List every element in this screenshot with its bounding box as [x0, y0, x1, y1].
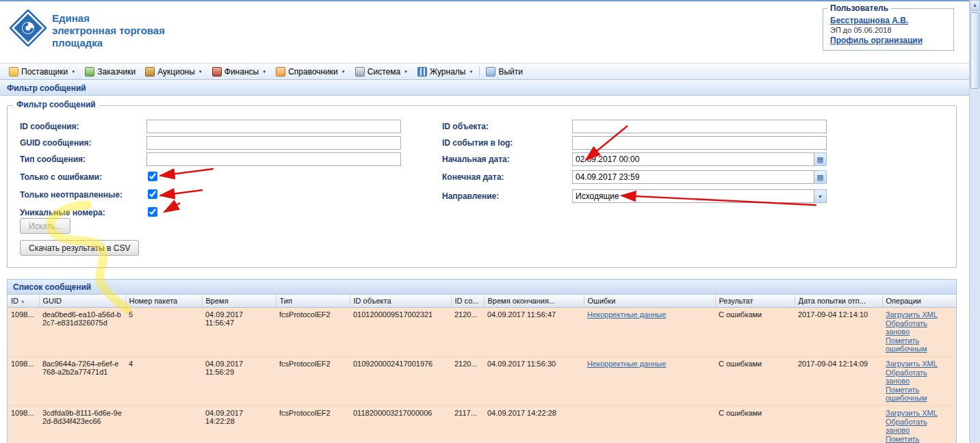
column-header-object-id[interactable]: ID объекта — [350, 295, 451, 308]
message-type-label: Тип сообщения: — [20, 152, 144, 166]
load-xml-link[interactable]: Загрузить XML — [886, 360, 953, 368]
direction-label: Направление: — [442, 189, 571, 203]
start-date-input[interactable] — [572, 152, 814, 166]
column-header-id-so[interactable]: ID со... — [451, 295, 484, 308]
error-details-link[interactable]: Некорректные данные — [587, 360, 666, 368]
page-header: Единая электронная торговая площадка Пол… — [0, 1, 969, 62]
chevron-down-icon: ▼ — [262, 70, 266, 74]
object-id-input[interactable] — [572, 120, 827, 133]
column-header-type[interactable]: Тип — [276, 295, 350, 308]
user-name-link[interactable]: Бесстрашнова А.В. — [830, 16, 946, 25]
column-header-end-time[interactable]: Время окончания... — [484, 295, 584, 308]
column-header-id[interactable]: ID▼ — [8, 295, 39, 308]
directories-folder-icon — [276, 67, 285, 77]
customers-icon — [85, 67, 94, 77]
certificate-expiry-text: ЭП до 05.06.2018 — [830, 26, 946, 34]
main-menu: Поставщики ▼ Заказчики Аукционы ▼ Финанс… — [0, 63, 969, 80]
load-xml-link[interactable]: Загрузить XML — [886, 310, 953, 319]
window-top-edge — [0, 0, 980, 1]
table-row: 1098... 3cdfda9b-8111-6d6e-9e2d-8d34f423… — [8, 406, 956, 443]
message-id-input[interactable] — [146, 120, 401, 133]
messages-grid: Список сообщений ID▼ GUID Номер пакета В… — [7, 279, 957, 443]
calendar-icon[interactable]: ▦ — [814, 152, 827, 166]
table-row: 1098... dea0bed6-ea10-a56d-b2c7-e831d326… — [8, 308, 956, 357]
error-details-link[interactable]: Некорректные данные — [587, 310, 666, 319]
calendar-icon[interactable]: ▦ — [814, 170, 827, 184]
unique-numbers-checkbox[interactable] — [148, 207, 157, 217]
scrollbar-thumb[interactable] — [970, 12, 979, 89]
end-date-input[interactable] — [572, 170, 814, 184]
menu-item-customers[interactable]: Заказчики — [80, 66, 140, 78]
only-unsent-checkbox[interactable] — [148, 189, 157, 199]
column-header-guid[interactable]: GUID — [39, 295, 125, 308]
column-header-packet[interactable]: Номер пакета — [125, 295, 202, 308]
column-header-time[interactable]: Время — [202, 295, 276, 308]
suppliers-folder-icon — [9, 67, 18, 77]
content-area: Фильтр сообщений ID сообщения: GUID сооб… — [0, 96, 969, 443]
download-csv-button[interactable]: Скачать результаты в CSV — [20, 240, 139, 256]
mark-erroneous-link[interactable]: Пометить ошибочным — [886, 435, 953, 443]
mark-erroneous-link[interactable]: Пометить ошибочным — [886, 336, 953, 353]
log-event-id-label: ID события в log: — [442, 136, 571, 150]
end-date-field: ▦ — [572, 170, 827, 184]
journals-columns-icon — [417, 67, 427, 77]
only-errors-label: Только с ошибками: — [20, 170, 144, 184]
menu-item-directories[interactable]: Справочники ▼ — [271, 66, 350, 78]
logo-icon — [10, 10, 47, 46]
column-header-result[interactable]: Результат — [715, 295, 795, 308]
scroll-up-icon[interactable]: ▲ — [970, 0, 980, 11]
auction-gavel-icon — [145, 67, 155, 77]
object-id-label: ID объекта: — [442, 120, 571, 133]
direction-value[interactable] — [572, 189, 814, 203]
message-guid-input[interactable] — [146, 136, 401, 150]
only-errors-checkbox[interactable] — [148, 172, 157, 181]
message-type-input[interactable] — [146, 152, 401, 166]
reprocess-link[interactable]: Обработать заново — [886, 368, 953, 385]
filter-legend: Фильтр сообщений — [13, 100, 99, 109]
column-header-errors[interactable]: Ошибки — [584, 295, 715, 308]
grid-header-row: ID▼ GUID Номер пакета Время Тип ID объек… — [8, 295, 956, 308]
vertical-scrollbar[interactable]: ▲ — [969, 0, 980, 443]
log-event-id-input[interactable] — [572, 136, 827, 150]
column-header-operations[interactable]: Операции — [882, 295, 956, 308]
chevron-down-icon: ▼ — [71, 70, 75, 74]
message-guid-label: GUID сообщения: — [20, 136, 144, 150]
menu-item-journals[interactable]: Журналы ▼ — [413, 66, 478, 78]
direction-select[interactable]: ▼ — [572, 189, 827, 203]
menu-item-finance[interactable]: Финансы ▼ — [207, 66, 271, 78]
load-xml-link[interactable]: Загрузить XML — [886, 409, 953, 417]
only-unsent-label: Только неотправленные: — [20, 188, 144, 202]
select-arrow-icon[interactable]: ▼ — [814, 189, 827, 203]
menu-item-logout[interactable]: Выйти — [481, 66, 528, 78]
system-monitor-icon — [355, 67, 365, 77]
end-date-label: Конечная дата: — [442, 170, 571, 184]
chevron-down-icon: ▼ — [341, 70, 346, 74]
chevron-down-icon: ▼ — [198, 70, 203, 74]
message-id-label: ID сообщения: — [20, 120, 144, 133]
menu-item-auctions[interactable]: Аукционы ▼ — [140, 66, 207, 78]
start-date-label: Начальная дата: — [442, 152, 571, 166]
menu-item-suppliers[interactable]: Поставщики ▼ — [4, 66, 80, 78]
finance-bank-icon — [212, 67, 222, 77]
column-header-attempt-date[interactable]: Дата попытки отп... — [795, 295, 882, 308]
sort-desc-icon: ▼ — [21, 299, 25, 304]
exit-door-icon — [486, 67, 495, 77]
page-title: Фильтр сообщений — [0, 81, 969, 96]
user-panel: Пользователь Бесстрашнова А.В. ЭП до 05.… — [823, 8, 954, 51]
table-row: 1098... 8ac9644a-7264-e6ef-e768-a2b2a774… — [8, 357, 956, 406]
reprocess-link[interactable]: Обработать заново — [886, 418, 953, 434]
chevron-down-icon: ▼ — [469, 70, 473, 74]
org-profile-link[interactable]: Профиль организации — [830, 36, 946, 45]
menu-separator — [479, 66, 480, 77]
message-filter-fieldset: Фильтр сообщений ID сообщения: GUID сооб… — [7, 105, 957, 268]
search-button[interactable]: Искать... — [20, 218, 70, 234]
menu-item-system[interactable]: Система ▼ — [350, 66, 413, 78]
unique-numbers-label: Уникальные номера: — [20, 206, 144, 219]
mark-erroneous-link[interactable]: Пометить ошибочным — [886, 386, 953, 402]
user-panel-title: Пользователь — [827, 3, 891, 13]
grid-title: Список сообщений — [8, 280, 956, 295]
reprocess-link[interactable]: Обработать заново — [886, 319, 953, 336]
chevron-down-icon: ▼ — [404, 70, 408, 74]
start-date-field: ▦ — [572, 152, 827, 166]
brand-title: Единая электронная торговая площадка — [52, 12, 165, 49]
